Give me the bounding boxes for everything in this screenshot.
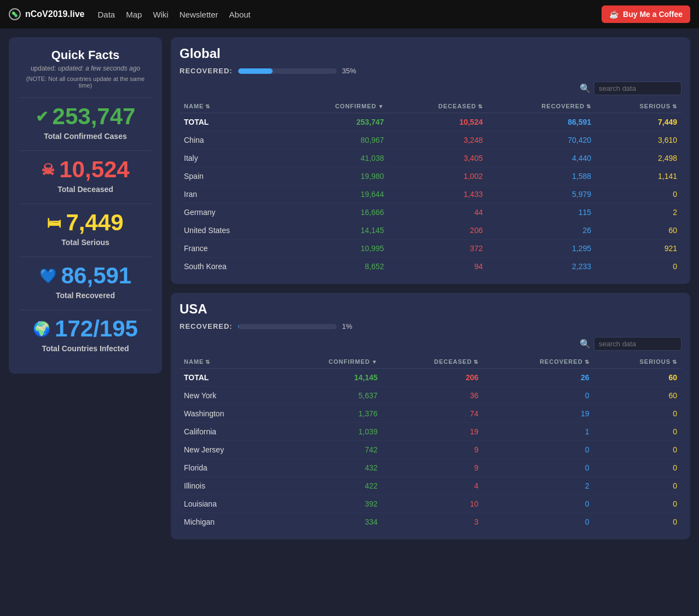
cell-recovered: 1,295	[487, 240, 596, 258]
table-row: Spain 19,980 1,002 1,588 1,141	[180, 167, 681, 185]
cell-recovered: 4,440	[487, 149, 596, 167]
cell-name: New York	[180, 387, 273, 405]
th-usa-deceased[interactable]: DECEASED ⇅	[382, 355, 483, 369]
cell-deceased: 4	[382, 477, 483, 495]
cell-confirmed: 432	[273, 459, 382, 477]
cell-confirmed: 14,145	[273, 369, 382, 387]
cell-deceased: 206	[389, 222, 487, 240]
cell-recovered: 2	[483, 477, 593, 495]
buy-coffee-button[interactable]: ☕ Buy Me a Coffee	[602, 5, 690, 23]
th-usa-confirmed[interactable]: CONFIRMED ▼	[273, 355, 382, 369]
cell-confirmed: 1,039	[273, 423, 382, 441]
sort-deceased-icon: ⇅	[478, 103, 483, 109]
usa-search-row: 🔍	[180, 337, 681, 351]
sort-recovered-icon: ⇅	[586, 103, 591, 109]
logo-icon: 🦠	[9, 8, 21, 20]
cell-name: Italy	[180, 149, 281, 167]
sort-usa-deceased-icon: ⇅	[473, 359, 478, 365]
cell-name: Michigan	[180, 513, 273, 531]
cell-deceased: 206	[382, 369, 483, 387]
cell-recovered: 19	[483, 405, 593, 423]
deceased-value: 10,524	[59, 156, 129, 183]
table-row: Louisiana 392 10 0 0	[180, 495, 681, 513]
cell-recovered: 70,420	[487, 131, 596, 149]
usa-recovered-label: RECOVERED:	[180, 322, 233, 330]
cell-confirmed: 742	[273, 441, 382, 459]
nav-data[interactable]: Data	[98, 10, 115, 19]
cell-confirmed: 334	[273, 513, 382, 531]
cell-serious: 0	[596, 258, 681, 276]
cell-name: Spain	[180, 167, 281, 185]
cell-recovered: 86,591	[487, 113, 596, 131]
cell-recovered: 0	[483, 495, 593, 513]
confirmed-value: 253,747	[53, 103, 136, 130]
table-row: Michigan 334 3 0 0	[180, 513, 681, 531]
usa-search-input[interactable]	[594, 337, 681, 351]
cell-confirmed: 14,145	[281, 222, 389, 240]
cell-recovered: 26	[483, 369, 593, 387]
th-usa-serious[interactable]: SERIOUS ⇅	[594, 355, 681, 369]
cell-name: Florida	[180, 459, 273, 477]
th-usa-name[interactable]: NAME ⇅	[180, 355, 273, 369]
deceased-label: Total Deceased	[20, 185, 151, 194]
table-row: TOTAL 253,747 10,524 86,591 7,449	[180, 113, 681, 131]
cell-recovered: 0	[483, 459, 593, 477]
cell-name: South Korea	[180, 258, 281, 276]
table-row: Italy 41,038 3,405 4,440 2,498	[180, 149, 681, 167]
quick-facts-panel: Quick Facts updated: updated: a few seco…	[9, 37, 162, 374]
panels-container: Global RECOVERED: 35% 🔍 NAME	[171, 37, 690, 539]
countries-value: 172/195	[55, 316, 138, 342]
cell-recovered: 0	[483, 387, 593, 405]
table-row: China 80,967 3,248 70,420 3,610	[180, 131, 681, 149]
th-global-recovered[interactable]: RECOVERED ⇅	[487, 100, 596, 113]
table-row: Germany 16,666 44 115 2	[180, 204, 681, 222]
global-table-header: NAME ⇅ CONFIRMED ▼ DECEA	[180, 100, 681, 113]
global-recovered-bar-row: RECOVERED: 35%	[180, 67, 681, 75]
nav-about[interactable]: About	[229, 10, 251, 19]
cell-name: New Jersey	[180, 441, 273, 459]
cell-deceased: 44	[389, 204, 487, 222]
cell-name: Washington	[180, 405, 273, 423]
logo[interactable]: 🦠 nCoV2019.live	[9, 8, 85, 20]
cell-deceased: 36	[382, 387, 483, 405]
cell-serious: 0	[594, 441, 681, 459]
cell-deceased: 372	[389, 240, 487, 258]
cell-confirmed: 10,995	[281, 240, 389, 258]
main-layout: Quick Facts updated: updated: a few seco…	[0, 28, 699, 548]
divider-2	[20, 150, 151, 151]
nav-newsletter[interactable]: Newsletter	[180, 10, 218, 19]
cell-name: Louisiana	[180, 495, 273, 513]
cell-serious: 1,141	[596, 167, 681, 185]
cell-deceased: 9	[382, 459, 483, 477]
cell-recovered: 5,979	[487, 185, 596, 204]
cell-deceased: 3,405	[389, 149, 487, 167]
sort-usa-recovered-icon: ⇅	[585, 359, 590, 365]
recovered-label: Total Recovered	[20, 291, 151, 300]
deceased-number: ☠ 10,524	[20, 156, 151, 183]
global-search-icon: 🔍	[580, 83, 591, 94]
th-usa-recovered[interactable]: RECOVERED ⇅	[483, 355, 593, 369]
cell-deceased: 1,002	[389, 167, 487, 185]
cell-serious: 921	[596, 240, 681, 258]
countries-label: Total Countries Infected	[20, 344, 151, 353]
confirmed-number: ✔ 253,747	[20, 103, 151, 130]
nav-map[interactable]: Map	[126, 10, 142, 19]
cell-serious: 60	[594, 387, 681, 405]
sort-serious-icon: ⇅	[672, 103, 677, 109]
global-search-input[interactable]	[594, 82, 681, 95]
cell-serious: 3,610	[596, 131, 681, 149]
usa-table-body: TOTAL 14,145 206 26 60 New York 5,637 36…	[180, 369, 681, 531]
usa-table: NAME ⇅ CONFIRMED ▼ DECEA	[180, 355, 681, 531]
divider-1	[20, 97, 151, 98]
usa-bar-fill	[238, 324, 239, 329]
th-global-confirmed[interactable]: CONFIRMED ▼	[281, 100, 389, 113]
cell-name: France	[180, 240, 281, 258]
cell-serious: 0	[594, 477, 681, 495]
th-global-serious[interactable]: SERIOUS ⇅	[596, 100, 681, 113]
cell-deceased: 74	[382, 405, 483, 423]
nav-wiki[interactable]: Wiki	[153, 10, 168, 19]
cell-recovered: 0	[483, 441, 593, 459]
serious-label: Total Serious	[20, 238, 151, 247]
th-global-deceased[interactable]: DECEASED ⇅	[389, 100, 487, 113]
th-global-name[interactable]: NAME ⇅	[180, 100, 281, 113]
